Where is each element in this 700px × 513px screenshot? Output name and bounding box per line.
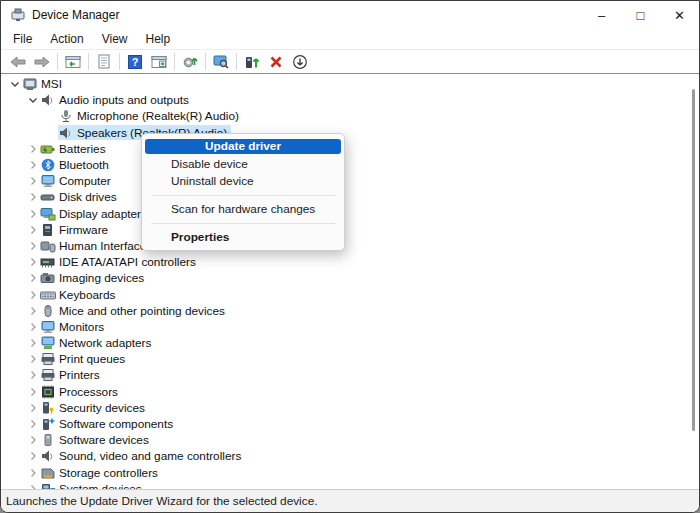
tree-node[interactable]: Sound, video and game controllers <box>40 449 245 464</box>
tree-node[interactable]: Printers <box>40 368 104 383</box>
tree-item[interactable]: Software devices <box>1 432 699 448</box>
chevron-right-icon[interactable] <box>25 369 40 382</box>
tree-node[interactable]: Security devices <box>40 400 149 415</box>
menu-view[interactable]: View <box>93 30 137 48</box>
tree-node[interactable]: Keyboards <box>40 287 119 302</box>
menu-file[interactable]: File <box>4 30 41 48</box>
context-menu-item-update-driver[interactable]: Update driver <box>145 139 341 154</box>
tree-node[interactable]: System devices <box>40 481 146 489</box>
tree-item[interactable]: Display adapters <box>1 206 699 222</box>
properties-page-button[interactable] <box>92 51 116 73</box>
chevron-right-icon[interactable] <box>25 385 40 398</box>
tree-item[interactable]: Printers <box>1 367 699 383</box>
tree-node[interactable]: Firmware <box>40 222 112 237</box>
tree-item[interactable]: Speakers (Realtek(R) Audio) <box>1 125 699 141</box>
tree-item[interactable]: Network adapters <box>1 335 699 351</box>
back-arrow-button[interactable] <box>6 51 30 73</box>
tree-item[interactable]: System devices <box>1 481 699 489</box>
tree-item[interactable]: Bluetooth <box>1 157 699 173</box>
tree-item[interactable]: Security devices <box>1 400 699 416</box>
tree-item[interactable]: Keyboards <box>1 286 699 302</box>
chevron-right-icon[interactable] <box>25 304 40 317</box>
tree-node[interactable]: Software devices <box>40 433 153 448</box>
update-gear-button[interactable] <box>178 51 202 73</box>
chevron-right-icon[interactable] <box>25 434 40 447</box>
vertical-scrollbar[interactable] <box>692 89 695 431</box>
context-menu-item-properties[interactable]: Properties <box>145 229 341 246</box>
disable-button[interactable] <box>288 51 312 73</box>
chevron-right-icon[interactable] <box>25 175 40 188</box>
tree-node[interactable]: Mice and other pointing devices <box>40 303 229 318</box>
tree-item[interactable]: Print queues <box>1 351 699 367</box>
chevron-right-icon[interactable] <box>25 207 40 220</box>
uninstall-icon <box>268 54 284 70</box>
tree-item[interactable]: Processors <box>1 384 699 400</box>
chevron-right-icon[interactable] <box>25 142 40 155</box>
chevron-right-icon[interactable] <box>25 337 40 350</box>
tree-item-label: Monitors <box>58 320 104 334</box>
chevron-right-icon[interactable] <box>25 482 40 489</box>
uninstall-button[interactable] <box>264 51 288 73</box>
context-menu-item-disable-device[interactable]: Disable device <box>145 156 341 173</box>
chevron-right-icon[interactable] <box>25 223 40 236</box>
tree-item[interactable]: Firmware <box>1 222 699 238</box>
maximize-button[interactable]: □ <box>621 1 660 29</box>
chevron-right-icon[interactable] <box>25 239 40 252</box>
chevron-right-icon[interactable] <box>25 272 40 285</box>
context-menu-item-scan-for-hardware-changes[interactable]: Scan for hardware changes <box>145 201 341 218</box>
chevron-right-icon[interactable] <box>25 466 40 479</box>
console-tree-button[interactable] <box>61 51 85 73</box>
chevron-right-icon[interactable] <box>25 256 40 269</box>
tree-node[interactable]: Batteries <box>40 141 110 156</box>
tree-item[interactable]: Batteries <box>1 141 699 157</box>
help-button[interactable]: ? <box>123 51 147 73</box>
chevron-right-icon[interactable] <box>25 401 40 414</box>
tree-item[interactable]: Monitors <box>1 319 699 335</box>
tree-item[interactable]: Computer <box>1 173 699 189</box>
tree-node[interactable]: Processors <box>40 384 122 399</box>
tree-node[interactable]: IDE ATA/ATAPI controllers <box>40 255 200 270</box>
menu-action[interactable]: Action <box>41 30 92 48</box>
chevron-down-icon[interactable] <box>7 78 22 91</box>
tree-node[interactable]: Monitors <box>40 319 108 334</box>
tree-item[interactable]: Storage controllers <box>1 465 699 481</box>
tree-item[interactable]: Imaging devices <box>1 270 699 286</box>
tree-item[interactable]: Software components <box>1 416 699 432</box>
tree-node[interactable]: Storage controllers <box>40 465 162 480</box>
tree-item[interactable]: Human Interface Devices <box>1 238 699 254</box>
tree-node[interactable]: Disk drives <box>40 190 121 205</box>
chevron-right-icon[interactable] <box>25 288 40 301</box>
update-driver-button[interactable] <box>240 51 264 73</box>
chevron-right-icon[interactable] <box>25 353 40 366</box>
tree-node[interactable]: MSI <box>22 77 66 92</box>
tree-item[interactable]: MSI <box>1 76 699 92</box>
chevron-right-icon[interactable] <box>25 191 40 204</box>
tree-node[interactable]: Computer <box>40 174 115 189</box>
chevron-right-icon[interactable] <box>25 320 40 333</box>
tree-item[interactable]: IDE ATA/ATAPI controllers <box>1 254 699 270</box>
tree-item[interactable]: Sound, video and game controllers <box>1 448 699 464</box>
chevron-right-icon[interactable] <box>25 450 40 463</box>
tree-node[interactable]: Audio inputs and outputs <box>40 93 193 108</box>
chevron-right-icon[interactable] <box>25 159 40 172</box>
context-menu-item-uninstall-device[interactable]: Uninstall device <box>145 173 341 190</box>
tree-node[interactable]: Print queues <box>40 352 129 367</box>
action-pane-button[interactable] <box>147 51 171 73</box>
tree-node[interactable]: Display adapters <box>40 206 151 221</box>
tree-item[interactable]: Disk drives <box>1 189 699 205</box>
tree-item[interactable]: Audio inputs and outputs <box>1 92 699 108</box>
tree-item[interactable]: Mice and other pointing devices <box>1 303 699 319</box>
tree-node[interactable]: Microphone (Realtek(R) Audio) <box>58 109 243 124</box>
forward-arrow-button[interactable] <box>30 51 54 73</box>
chevron-right-icon[interactable] <box>25 418 40 431</box>
tree-node[interactable]: Bluetooth <box>40 158 113 173</box>
tree-node[interactable]: Imaging devices <box>40 271 148 286</box>
menu-help[interactable]: Help <box>137 30 180 48</box>
minimize-button[interactable]: – <box>582 1 621 29</box>
tree-item[interactable]: Microphone (Realtek(R) Audio) <box>1 108 699 124</box>
chevron-down-icon[interactable] <box>25 94 40 107</box>
scan-hardware-button[interactable] <box>209 51 233 73</box>
tree-node[interactable]: Network adapters <box>40 336 155 351</box>
tree-node[interactable]: Software components <box>40 417 177 432</box>
close-button[interactable]: ✕ <box>660 1 699 29</box>
